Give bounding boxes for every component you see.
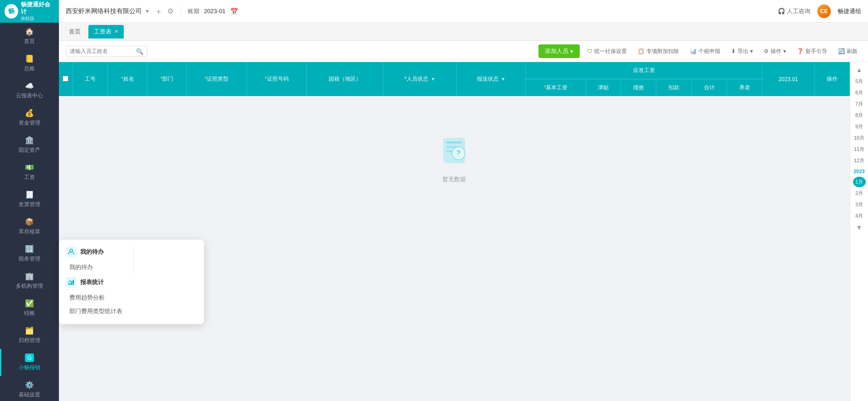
salary-icon: 💵 xyxy=(25,163,34,172)
cloud-icon: ☁️ xyxy=(25,82,34,90)
month-6[interactable]: 6月 xyxy=(850,87,868,98)
month-11[interactable]: 11月 xyxy=(850,144,868,155)
support-button[interactable]: 🎧 人工咨询 xyxy=(778,7,810,15)
sidebar-item-settlement[interactable]: ✅ 结账 xyxy=(0,295,59,322)
company-selector[interactable]: 西安虾米网络科技有限公司 ▼ xyxy=(66,7,150,15)
sidebar-item-cloud-report[interactable]: ☁️ 云报表中心 xyxy=(0,77,59,104)
search-wrap[interactable]: 🔍 xyxy=(66,46,147,57)
personal-tax-button[interactable]: 📊 个税申报 xyxy=(686,45,724,58)
sidebar-item-fund[interactable]: 💰 资金管理 xyxy=(0,104,59,131)
sidebar-item-inventory[interactable]: 📦 库存核算 xyxy=(0,213,59,240)
export-arrow-icon: ▾ xyxy=(750,48,753,54)
popup-section1-icon xyxy=(66,246,77,257)
special-deduct-button[interactable]: 📋 专项附加扣除 xyxy=(634,45,683,58)
fund-icon: 💰 xyxy=(25,109,34,117)
shield-icon: 🛡 xyxy=(587,48,592,54)
col-op: 操作 xyxy=(815,62,850,96)
submit-filter-icon[interactable]: ▼ xyxy=(501,77,505,82)
popup-item-trend[interactable]: 费用趋势分析 xyxy=(66,292,130,304)
calendar-icon[interactable]: 📅 xyxy=(230,8,238,15)
social-security-button[interactable]: 🛡 统一社保设置 xyxy=(583,45,630,58)
archive-icon: 🗂️ xyxy=(25,326,34,335)
special-icon: 📋 xyxy=(638,48,645,54)
month-3[interactable]: 3月 xyxy=(850,199,868,210)
company-name: 西安虾米网络科技有限公司 xyxy=(66,7,142,15)
svg-text:?: ? xyxy=(457,149,461,156)
export-button[interactable]: ⬇ 导出 ▾ xyxy=(727,45,756,58)
col-status: *人员状态 ▼ xyxy=(383,62,456,96)
tab-salary-table[interactable]: 工资表 ✕ xyxy=(88,25,124,39)
tab-close-icon[interactable]: ✕ xyxy=(114,29,118,34)
sidebar-item-tax[interactable]: 🔢 税务管理 xyxy=(0,240,59,267)
tab-home[interactable]: 首页 xyxy=(63,25,86,39)
popup-item-dept-stats[interactable]: 部门费用类型统计表 xyxy=(66,305,130,317)
add-company-button[interactable]: ＋ xyxy=(155,6,163,17)
inventory-icon: 📦 xyxy=(25,217,34,226)
popup-section2-icon xyxy=(66,277,77,288)
salary-table: 工号 *姓名 *部门 *证照类型 *证照号码 国籍（地区） *人员状态 ▼ 报送… xyxy=(59,62,850,220)
tab-bar: 首页 工资表 ✕ xyxy=(59,23,868,41)
user-name[interactable]: 畅捷通组 xyxy=(838,7,861,15)
table-container[interactable]: 工号 *姓名 *部门 *证照类型 *证照号码 国籍（地区） *人员状态 ▼ 报送… xyxy=(59,62,850,401)
search-input[interactable] xyxy=(70,48,133,54)
sidebar-nav: 🏠 首页 📒 总账 ☁️ 云报表中心 💰 资金管理 🏛️ 固定资产 💵 工 xyxy=(0,23,59,401)
svg-rect-1 xyxy=(446,141,462,144)
popup-section2-header: 报表统计 xyxy=(66,277,130,288)
right-panel: ▲ 5月 6月 7月 8月 9月 10月 11月 12月 2023 1月 2月 … xyxy=(850,62,868,401)
select-all-header xyxy=(59,62,73,96)
month-2[interactable]: 2月 xyxy=(850,188,868,198)
month-7[interactable]: 7月 xyxy=(850,99,868,109)
sidebar-item-archive[interactable]: 🗂️ 归档管理 xyxy=(0,322,59,349)
popup-section1-header: 我的待办 xyxy=(66,246,130,257)
sidebar-item-xiaochang[interactable]: G 小畅报销 xyxy=(0,349,59,376)
col-dept: *部门 xyxy=(147,62,187,96)
col-salary-group: 应发工资 xyxy=(526,62,762,79)
month-12[interactable]: 12月 xyxy=(850,155,868,166)
page-header: 🔍 添加人员 ▾ 🛡 统一社保设置 📋 专项附加扣除 xyxy=(59,41,868,62)
popup-divider xyxy=(133,246,134,273)
table-area: 工号 *姓名 *部门 *证照类型 *证照号码 国籍（地区） *人员状态 ▼ 报送… xyxy=(59,62,868,401)
page-actions: 添加人员 ▾ 🛡 统一社保设置 📋 专项附加扣除 📊 个税申报 xyxy=(538,44,861,58)
sidebar-item-salary[interactable]: 💵 工资 xyxy=(0,159,59,186)
sidebar-item-home[interactable]: 🏠 首页 xyxy=(0,23,59,50)
popup-item-mytodo[interactable]: 我的待办 xyxy=(66,261,130,273)
month-5[interactable]: 5月 xyxy=(850,76,868,87)
headset-icon: 🎧 xyxy=(778,8,785,14)
refresh-button[interactable]: 🔄 刷新 xyxy=(834,45,861,58)
month-1[interactable]: 1月 xyxy=(853,177,866,187)
add-person-button[interactable]: 添加人员 ▾ xyxy=(538,44,580,58)
month-4[interactable]: 4月 xyxy=(850,211,868,221)
operation-button[interactable]: ⚙ 操作 ▾ xyxy=(760,45,790,58)
nav-down-button[interactable]: ▼ xyxy=(854,222,864,233)
month-8[interactable]: 8月 xyxy=(850,110,868,121)
select-all-checkbox[interactable] xyxy=(63,76,68,82)
col-id-num: *证照号码 xyxy=(247,62,306,96)
nav-up-button[interactable]: ▲ xyxy=(854,64,864,75)
sidebar-item-invoice[interactable]: 🧾 发票管理 xyxy=(0,186,59,213)
period-value: 2023-01 xyxy=(204,8,226,14)
new-guide-button[interactable]: ❓ 新手引导 xyxy=(793,45,831,58)
top-bar: 西安虾米网络科技有限公司 ▼ ＋ ⚙ 账期 2023-01 📅 🎧 人工咨询 C… xyxy=(59,0,868,23)
settings-button[interactable]: ⚙ xyxy=(167,7,174,15)
col-jobnum: 工号 xyxy=(73,62,108,96)
popup-col-2: 报表统计 费用趋势分析 部门费用类型统计表 xyxy=(66,277,130,317)
settings-icon: ⚙️ xyxy=(25,381,34,389)
popup-col-1: 我的待办 我的待办 xyxy=(66,246,130,273)
assets-icon: 🏛️ xyxy=(25,136,34,145)
ledger-icon: 📒 xyxy=(25,54,34,63)
col-allowance: 津贴 xyxy=(586,79,621,97)
sidebar-item-fixed-assets[interactable]: 🏛️ 固定资产 xyxy=(0,131,59,159)
sidebar-item-basic-settings[interactable]: ⚙️ 基础设置 xyxy=(0,376,59,401)
sidebar-item-multi-org[interactable]: 🏢 多机构管理 xyxy=(0,267,59,295)
sidebar: 畅 畅捷通好会计 旗舰版 🏠 首页 📒 总账 ☁️ 云报表中心 💰 资金管理 xyxy=(0,0,59,401)
empty-icon: ? xyxy=(436,132,472,169)
status-filter-icon[interactable]: ▼ xyxy=(431,77,435,82)
org-icon: 🏢 xyxy=(25,272,34,280)
home-icon: 🏠 xyxy=(25,27,34,36)
month-10[interactable]: 10月 xyxy=(850,133,868,143)
col-pension: 养老 xyxy=(727,79,762,97)
sidebar-item-ledger[interactable]: 📒 总账 xyxy=(0,50,59,77)
content-area: 🔍 添加人员 ▾ 🛡 统一社保设置 📋 专项附加扣除 xyxy=(59,41,868,401)
month-9[interactable]: 9月 xyxy=(850,121,868,132)
col-id-type: *证照类型 xyxy=(187,62,247,96)
